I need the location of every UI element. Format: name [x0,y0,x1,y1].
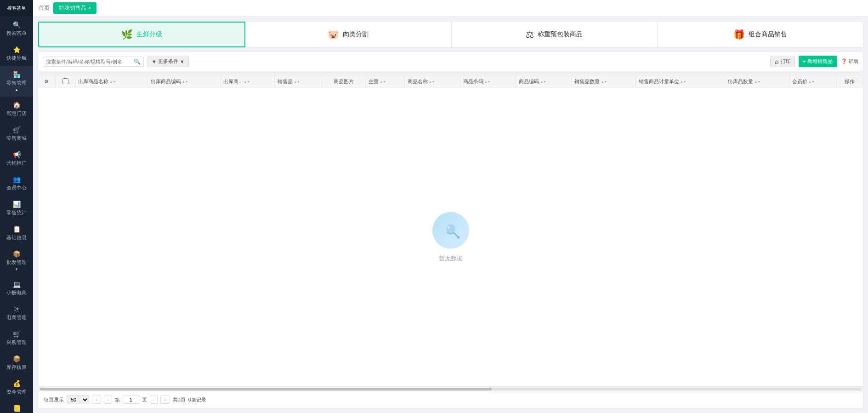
first-page-button[interactable]: « [92,396,101,404]
th-outqty[interactable]: 出库品数量 ▲▼ [725,75,789,88]
search-input[interactable] [46,59,132,64]
add-label: + 新增销售品 [803,58,833,65]
sidebar-item-quicknav[interactable]: ⭐ 快捷导航 [0,41,33,66]
sidebar-item-search[interactable]: 🔍 搜索茶单 [0,17,33,41]
meat-icon: 🐷 [328,29,339,40]
main-area: 首页 特殊销售品 × 🌿 生鲜分级 🐷 肉类分割 ⚖ 称重预包装商品 🎁 组合商… [33,0,868,413]
next-page-button[interactable]: › [150,396,158,404]
sort-arrows-outcode: ▲▼ [182,80,188,83]
th-outname-label: 出库商品名称 [78,78,108,85]
sidebar-item-finance[interactable]: 💰 资金管理 [0,375,33,400]
sidebar-item-ecommerce[interactable]: 💻 小畅电商 [0,276,33,301]
th-saleitem[interactable]: 销售品 ▲▼ [275,75,322,88]
data-table: ⚙ 出库商品名称 ▲▼ 出库商品编码 ▲▼ [38,75,863,408]
th-productcode[interactable]: 商品编码 ▲▼ [516,75,572,88]
th-barcode[interactable]: 商品条码 ▲▼ [460,75,516,88]
last-page-button[interactable]: » [160,396,170,404]
sort-arrows-mainunit: ▲▼ [380,80,386,83]
total-records-label: 0条记录 [188,396,206,403]
sort-arrows-productcode: ▲▼ [540,80,546,83]
empty-text: 暂无数据 [439,254,463,263]
meat-label: 肉类分割 [343,30,369,39]
content-area: 🌿 生鲜分级 🐷 肉类分割 ⚖ 称重预包装商品 🎁 组合商品销售 🔍 [33,17,868,413]
ecommerce-icon: 💻 [13,281,21,288]
th-saleqty[interactable]: 销售品数量 ▲▼ [572,75,636,88]
sidebar-item-ecommerce-mgmt[interactable]: 🛍 电商管理 [0,301,33,326]
th-productname[interactable]: 商品名称 ▲▼ [404,75,460,88]
sidebar-item-ledger[interactable]: 📒 总账管理 [0,400,33,413]
add-button[interactable]: + 新增销售品 [799,56,837,67]
sort-arrows-outqty: ▲▼ [754,80,760,83]
th-action: 操作 [836,75,863,88]
search-icon: 🔍 [134,58,141,65]
info-icon: 📋 [13,225,21,233]
th-checkbox[interactable] [55,75,75,88]
sidebar-item-inventory[interactable]: 📦 库存核算 [0,350,33,375]
prev-page-button[interactable]: ‹ [104,396,112,404]
th-outname[interactable]: 出库商品名称 ▲▼ [75,75,148,88]
th-saleqty-label: 销售品数量 [574,78,600,85]
total-pages-label: 共0页 [173,396,186,403]
active-tab[interactable]: 特殊销售品 × [53,2,96,14]
sort-arrows-saleunit: ▲▼ [680,80,686,83]
combo-icon: 🎁 [733,29,745,40]
page-label: 第 [115,396,120,403]
pagination: 每页显示 50 10 20 100 « ‹ 第 页 › » 共0页 0条记录 [38,391,863,408]
th-barcode-label: 商品条码 [463,78,483,85]
page-number-input[interactable] [123,396,139,404]
th-mainunit[interactable]: 主量 ▲▼ [365,75,404,88]
select-all-checkbox[interactable] [62,78,68,84]
th-outcode[interactable]: 出库商品编码 ▲▼ [148,75,221,88]
sidebar-item-retail[interactable]: 🏪 零售管理 ▲ [0,66,33,97]
th-saleitem-label: 销售品 [278,78,293,85]
category-tabs: 🌿 生鲜分级 🐷 肉类分割 ⚖ 称重预包装商品 🎁 组合商品销售 [38,21,863,48]
th-outspec-label: 出库商... [223,78,243,85]
empty-illustration [439,219,462,242]
help-button[interactable]: ❓ 帮助 [841,58,858,65]
tab-label: 特殊销售品 [59,4,86,12]
sidebar-item-basic-info[interactable]: 📋 基础信息 [0,221,33,246]
sidebar: 搜客茶单 🔍 搜索茶单 ⭐ 快捷导航 🏪 零售管理 ▲ 🏠 智慧门店 🛒 零售商… [0,0,33,413]
sidebar-item-estore[interactable]: 🛒 零售商城 [0,121,33,146]
home-link[interactable]: 首页 [39,4,50,12]
cat-tab-meat[interactable]: 🐷 肉类分割 [245,22,451,47]
horizontal-scrollbar[interactable] [38,386,863,391]
cat-tab-weigh[interactable]: ⚖ 称重预包装商品 [452,22,658,47]
th-saleunit[interactable]: 销售商品计量单位 ▲▼ [635,75,725,88]
sort-arrows-productname: ▲▼ [429,80,435,83]
th-mainunit-label: 主量 [369,78,379,85]
print-button[interactable]: 🖨 打印 [770,56,795,67]
th-settings[interactable]: ⚙ [38,75,55,88]
filter-button[interactable]: ▼ 更多条件 ▼ [148,56,189,67]
th-outspec[interactable]: 出库商... ▲▼ [220,75,274,88]
cat-tab-fresh[interactable]: 🌿 生鲜分级 [38,22,245,47]
sidebar-item-member[interactable]: 👥 会员中心 [0,171,33,196]
sidebar-item-marketing[interactable]: 📢 营销推广 [0,146,33,171]
tab-close-button[interactable]: × [88,6,91,11]
cat-tab-combo[interactable]: 🎁 组合商品销售 [658,22,863,47]
marketing-icon: 📢 [13,151,21,158]
search-icon: 🔍 [13,21,21,29]
filter-arrow-icon: ▼ [180,59,185,64]
sidebar-logo: 搜客茶单 [0,0,33,17]
scrollbar-thumb[interactable] [40,388,492,390]
finance-icon: 💰 [13,380,21,387]
sidebar-item-smartstore[interactable]: 🏠 智慧门店 [0,97,33,121]
retail-expand-arrow: ▲ [15,88,18,92]
sort-arrows-saleqty: ▲▼ [601,80,607,83]
ledger-icon: 📒 [13,405,21,412]
th-memberprice[interactable]: 会员价 ▲▼ [789,75,836,88]
cart-icon: 🛒 [13,126,21,133]
fresh-icon: 🌿 [121,29,133,40]
wholesale-icon: 📦 [13,250,21,258]
sidebar-item-wholesale[interactable]: 📦 批发管理 ▼ [0,246,33,276]
table-header-row: ⚙ 出库商品名称 ▲▼ 出库商品编码 ▲▼ [38,75,863,88]
help-icon: ❓ [841,58,847,64]
search-box[interactable]: 🔍 [43,57,144,67]
sidebar-item-purchase[interactable]: 🛒 采购管理 [0,326,33,350]
per-page-select[interactable]: 50 10 20 100 [67,395,89,404]
sidebar-item-retail-stats[interactable]: 📊 零售统计 [0,196,33,221]
fresh-label: 生鲜分级 [136,30,162,39]
inventory-icon: 📦 [13,355,21,362]
purchase-icon: 🛒 [13,330,21,338]
